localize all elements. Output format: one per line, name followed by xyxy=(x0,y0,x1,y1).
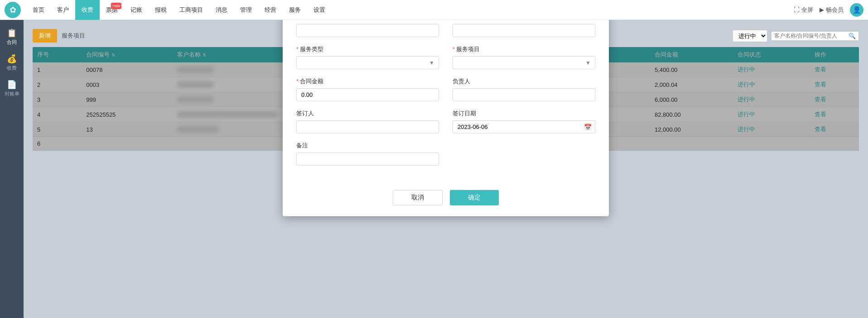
search-input[interactable] xyxy=(774,33,847,39)
form-group-service-type: *服务类型 ▼ xyxy=(296,45,439,69)
reconcile-icon: 📄 xyxy=(7,81,17,89)
remark-input[interactable] xyxy=(296,152,439,166)
client-name-input[interactable] xyxy=(296,24,439,37)
sign-date-wrap: 📅 xyxy=(453,120,595,133)
signer-label: 签订人 xyxy=(296,109,439,118)
avatar-icon: 👤 xyxy=(853,6,861,14)
confirm-button[interactable]: 确定 xyxy=(450,190,499,205)
contract-no-label: *合同编号 xyxy=(453,20,595,21)
table-container: 序号 合同编号⇅ 客户名称⇅ 服务项目▼ 服务期限起止⇅ 合同金额 合同状态 操… xyxy=(33,47,859,151)
remark-label: 备注 xyxy=(296,142,439,150)
play-icon: ▶ xyxy=(820,6,824,13)
new-button[interactable]: 新增 xyxy=(33,29,57,43)
client-name-label: *客户名称 xyxy=(296,20,439,21)
nav-account[interactable]: 记账 xyxy=(124,0,149,20)
modal-body: *客户名称 *合同编号 xyxy=(283,20,609,183)
main-layout: 📋 合同 💰 收费 📄 对账单 新增 服务项目 进行中 已完成 已终止 xyxy=(0,20,868,318)
nav-manage[interactable]: 管理 xyxy=(234,0,258,20)
form-group-remark: 备注 xyxy=(296,142,439,166)
status-select[interactable]: 进行中 已完成 已终止 xyxy=(733,30,767,42)
sign-date-input[interactable] xyxy=(453,120,595,133)
service-item-label: *服务项目 xyxy=(453,45,595,53)
nav-business[interactable]: 工商项目 xyxy=(173,0,209,20)
form-row-4: 签订人 签订日期 📅 xyxy=(296,109,595,133)
sign-date-label: 签订日期 xyxy=(453,109,595,118)
calendar-icon[interactable]: 📅 xyxy=(584,123,592,131)
sidebar: 📋 合同 💰 收费 📄 对账单 xyxy=(0,20,24,318)
form-group-service-item: *服务项目 ▼ xyxy=(453,45,595,69)
form-group-empty xyxy=(453,142,595,166)
nav-tax[interactable]: 报税 xyxy=(149,0,173,20)
service-label: 服务项目 xyxy=(62,32,85,40)
form-group-signer: 签订人 xyxy=(296,109,439,133)
contract-icon: 📋 xyxy=(7,29,17,37)
signer-input[interactable] xyxy=(296,120,439,133)
nav-items: 首页 客户 收费 票据 new 记账 报税 工商项目 消息 管理 经营 xyxy=(26,0,794,20)
form-row-1: *客户名称 *合同编号 xyxy=(296,20,595,37)
nav-home[interactable]: 首页 xyxy=(26,0,51,20)
member-button[interactable]: ▶ 畅会员 xyxy=(820,6,844,14)
top-nav: ✿ 首页 客户 收费 票据 new 记账 报税 工商项目 消息 管理 xyxy=(0,0,868,20)
fullscreen-icon: ⛶ xyxy=(794,6,800,13)
nav-right: ⛶ 全屏 ▶ 畅会员 👤 xyxy=(794,3,863,17)
form-group-client-name: *客户名称 xyxy=(296,20,439,37)
service-item-select[interactable] xyxy=(453,56,595,69)
modal-overlay: 新建合同 × *客户名称 xyxy=(33,47,859,151)
avatar[interactable]: 👤 xyxy=(850,3,863,17)
amount-input[interactable] xyxy=(296,88,439,101)
form-row-5: 备注 xyxy=(296,142,595,166)
nav-invoice[interactable]: 收费 xyxy=(75,0,100,20)
service-type-select-wrap: ▼ xyxy=(296,56,439,69)
search-icon[interactable]: 🔍 xyxy=(849,33,856,39)
nav-client[interactable]: 客户 xyxy=(51,0,75,20)
new-badge: new xyxy=(111,3,121,9)
form-group-contract-no: *合同编号 xyxy=(453,20,595,37)
contract-no-input[interactable] xyxy=(453,24,595,37)
sidebar-item-contract[interactable]: 📋 合同 xyxy=(0,24,24,50)
service-type-label: *服务类型 xyxy=(296,45,439,53)
service-item-select-wrap: ▼ xyxy=(453,56,595,69)
logo[interactable]: ✿ xyxy=(5,2,21,18)
modal: 新建合同 × *客户名称 xyxy=(283,20,609,216)
form-group-sign-date: 签订日期 📅 xyxy=(453,109,595,133)
service-type-select[interactable] xyxy=(296,56,439,69)
nav-settings[interactable]: 设置 xyxy=(307,0,332,20)
form-row-2: *服务类型 ▼ xyxy=(296,45,595,69)
nav-message[interactable]: 消息 xyxy=(209,0,234,20)
sidebar-item-reconcile[interactable]: 📄 对账单 xyxy=(0,76,24,102)
fee-icon: 💰 xyxy=(7,55,17,63)
fullscreen-button[interactable]: ⛶ 全屏 xyxy=(794,6,813,14)
nav-operation[interactable]: 经营 xyxy=(258,0,283,20)
cancel-button[interactable]: 取消 xyxy=(393,190,443,205)
search-box: 🔍 xyxy=(771,31,859,41)
nav-service[interactable]: 服务 xyxy=(283,0,307,20)
responsible-input[interactable] xyxy=(453,88,595,101)
form-group-responsible: 负责人 xyxy=(453,77,595,101)
logo-icon: ✿ xyxy=(10,5,16,15)
toolbar-right: 进行中 已完成 已终止 🔍 xyxy=(733,30,859,42)
amount-label: *合同金额 xyxy=(296,77,439,85)
form-row-3: *合同金额 负责人 xyxy=(296,77,595,101)
form-group-amount: *合同金额 xyxy=(296,77,439,101)
responsible-label: 负责人 xyxy=(453,77,595,85)
nav-ticket[interactable]: 票据 new xyxy=(100,0,124,20)
modal-footer: 取消 确定 xyxy=(283,183,609,216)
sidebar-item-fee[interactable]: 💰 收费 xyxy=(0,50,24,76)
content-area: 新增 服务项目 进行中 已完成 已终止 🔍 序号 xyxy=(24,20,868,318)
